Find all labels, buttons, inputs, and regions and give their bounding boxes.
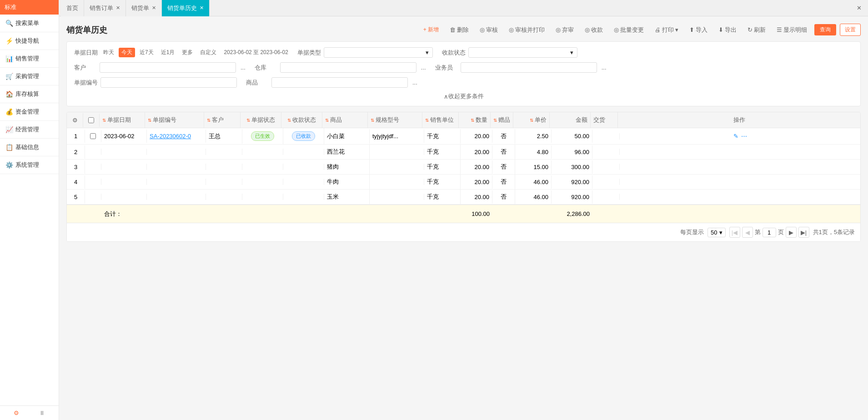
th-sort-product-icon[interactable]: ⇅ xyxy=(325,118,329,123)
doc-no-input[interactable] xyxy=(100,77,237,88)
th-sort-spec-icon[interactable]: ⇅ xyxy=(371,118,374,123)
product-filter-group: 商品 ... xyxy=(246,77,417,88)
tab-sales-history[interactable]: 销货单历史 ✕ xyxy=(162,0,210,16)
td-status-4 xyxy=(242,179,283,185)
td-customer-2 xyxy=(206,149,242,155)
filter-row-1: 单据日期 昨天 今天 近7天 近1月 更多 自定义 2023-06-02 至 2… xyxy=(74,47,853,58)
audit-print-button[interactable]: ◎ 审核并打印 xyxy=(505,24,548,36)
export-icon: ⬇ xyxy=(718,26,723,33)
audit-icon: ◎ xyxy=(480,26,485,33)
print-button[interactable]: 🖨 打印 ▾ xyxy=(651,24,682,36)
import-button[interactable]: ⬆ 导入 xyxy=(686,24,711,36)
sidebar-item-purchase-mgmt[interactable]: 🛒 采购管理 xyxy=(0,68,59,85)
next-page-button[interactable]: ▶ xyxy=(786,227,797,238)
td-check-3 xyxy=(85,164,101,170)
table-settings-icon[interactable]: ⚙ xyxy=(72,117,78,124)
shortcut-1month[interactable]: 近1月 xyxy=(158,48,178,57)
last-page-button[interactable]: ▶| xyxy=(798,227,809,238)
td-amount-5: 920.00 xyxy=(552,190,592,204)
th-sort-price-icon[interactable]: ⇅ xyxy=(530,118,533,123)
warehouse-ellipsis-btn[interactable]: ... xyxy=(421,64,426,71)
refresh-button[interactable]: ↻ 刷新 xyxy=(744,24,769,36)
audit-button[interactable]: ◎ 审核 xyxy=(476,24,502,36)
first-page-button[interactable]: |◀ xyxy=(729,227,740,238)
td-unit-5: 千克 xyxy=(424,190,461,204)
td-action-1: ✎ ⋯ xyxy=(620,130,860,143)
product-ellipsis-btn[interactable]: ... xyxy=(412,79,417,86)
purchase-mgmt-icon: 🛒 xyxy=(5,73,13,80)
tab-sales-delivery[interactable]: 销货单 ✕ xyxy=(126,0,162,16)
doc-no-link-1[interactable]: SA-20230602-0 xyxy=(150,133,191,140)
sidebar-item-finance[interactable]: 💰 资金管理 xyxy=(0,103,59,121)
tab-sales-order[interactable]: 销售订单 ✕ xyxy=(84,0,126,16)
per-page-select[interactable]: 50 ▾ xyxy=(707,228,725,237)
sidebar-item-operations[interactable]: 📈 经营管理 xyxy=(0,121,59,139)
new-button[interactable]: + 新增 xyxy=(420,24,442,35)
more-icon-1[interactable]: ⋯ xyxy=(741,133,747,140)
sidebar-item-inventory[interactable]: 🏠 库存核算 xyxy=(0,85,59,103)
close-sales-history-tab-icon[interactable]: ✕ xyxy=(200,5,204,11)
abandon-button[interactable]: ◎ 弃审 xyxy=(552,24,577,36)
page-content: 销货单历史 + 新增 🗑 删除 ◎ 审核 ◎ 审核并打印 ◎ 弃审 xyxy=(59,16,868,420)
close-sales-order-tab-icon[interactable]: ✕ xyxy=(116,5,120,11)
close-all-tabs-button[interactable]: ✕ xyxy=(852,5,866,11)
tab-home[interactable]: 首页 xyxy=(61,0,84,16)
th-sort-qty-icon[interactable]: ⇅ xyxy=(471,118,474,123)
show-detail-button[interactable]: ☰ 显示明细 xyxy=(773,24,811,36)
product-input[interactable] xyxy=(271,77,408,88)
shortcut-custom[interactable]: 自定义 xyxy=(197,48,219,57)
th-sort-unit-icon[interactable]: ⇅ xyxy=(425,118,429,123)
td-product-2: 西兰花 xyxy=(324,145,370,159)
delete-button[interactable]: 🗑 删除 xyxy=(446,24,472,36)
doc-type-chevron-icon: ▾ xyxy=(426,49,429,56)
th-settings[interactable]: ⚙ xyxy=(67,113,83,127)
sidebar-settings-icon[interactable]: ⚙ xyxy=(14,410,19,416)
salesperson-input[interactable] xyxy=(461,62,597,73)
finance-icon: 💰 xyxy=(5,108,13,115)
page-number-input[interactable]: 1 xyxy=(763,228,776,237)
th-sort-recv-icon[interactable]: ⇅ xyxy=(287,118,291,123)
sidebar-collapse-icon[interactable]: ⏸ xyxy=(39,410,45,416)
sidebar-item-search-menu[interactable]: 🔍 搜索菜单 xyxy=(0,15,59,32)
batch-change-button[interactable]: ◎ 批量变更 xyxy=(610,24,647,36)
shortcut-more[interactable]: 更多 xyxy=(179,48,196,57)
select-all-checkbox[interactable] xyxy=(88,117,94,123)
recv-status-select[interactable]: ▾ xyxy=(468,47,577,58)
export-button[interactable]: ⬇ 导出 xyxy=(715,24,740,36)
th-amount: 金额 xyxy=(550,112,591,128)
prev-page-button[interactable]: ◀ xyxy=(742,227,753,238)
customer-input[interactable] xyxy=(100,62,236,73)
td-unit-3: 千克 xyxy=(424,160,461,174)
salesperson-ellipsis-btn[interactable]: ... xyxy=(602,64,607,71)
collapse-filter-button[interactable]: ∧ 收起更多条件 xyxy=(74,92,853,100)
th-sort-customer-icon[interactable]: ⇅ xyxy=(207,118,211,123)
edit-icon-1[interactable]: ✎ xyxy=(733,133,738,140)
td-customer-3 xyxy=(206,164,242,170)
th-sort-no-icon[interactable]: ⇅ xyxy=(148,118,151,123)
doc-no-filter-group: 单据编号 xyxy=(74,77,237,88)
th-sort-gift-icon[interactable]: ⇅ xyxy=(493,118,497,123)
page-label-2: 页 xyxy=(778,228,784,236)
td-gift-3: 否 xyxy=(492,160,515,174)
sidebar-item-basic-info[interactable]: 📋 基础信息 xyxy=(0,139,59,156)
sidebar-item-quick-nav[interactable]: ⚡ 快捷导航 xyxy=(0,32,59,50)
td-trade-5 xyxy=(592,194,620,200)
shortcut-today[interactable]: 今天 xyxy=(119,48,135,57)
doc-type-select[interactable]: ▾ xyxy=(324,47,433,58)
row-checkbox-1[interactable] xyxy=(90,133,96,139)
customer-ellipsis-btn[interactable]: ... xyxy=(241,64,246,71)
receive-button[interactable]: ◎ 收款 xyxy=(581,24,607,36)
summary-label: 合计： xyxy=(104,210,122,218)
settings-button[interactable]: 设置 xyxy=(840,24,861,36)
th-sort-status-icon[interactable]: ⇅ xyxy=(246,118,250,123)
sidebar-item-sales-mgmt[interactable]: 📊 销售管理 xyxy=(0,50,59,68)
shortcut-yesterday[interactable]: 昨天 xyxy=(100,48,117,57)
shortcut-7days[interactable]: 近7天 xyxy=(137,48,156,57)
close-sales-delivery-tab-icon[interactable]: ✕ xyxy=(152,5,156,11)
delete-icon: 🗑 xyxy=(450,26,456,33)
sidebar-item-system-mgmt[interactable]: ⚙️ 系统管理 xyxy=(0,156,59,174)
query-button[interactable]: 查询 xyxy=(814,24,836,35)
warehouse-input[interactable] xyxy=(280,62,416,73)
th-sort-date-icon[interactable]: ⇅ xyxy=(102,118,106,123)
audit-print-icon: ◎ xyxy=(509,26,514,33)
